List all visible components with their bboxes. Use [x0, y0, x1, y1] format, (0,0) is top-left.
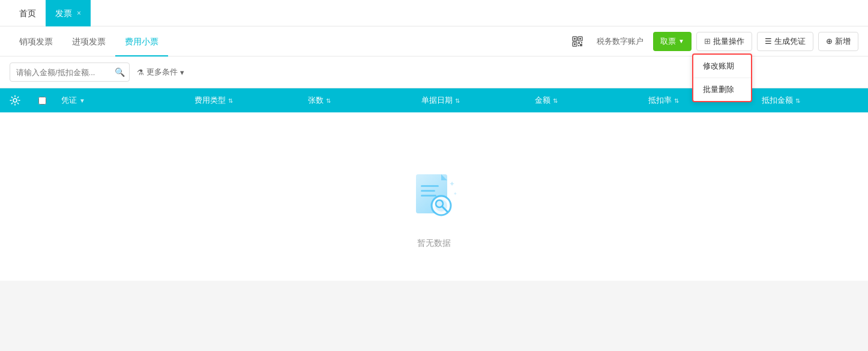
svg-rect-8: [578, 45, 579, 46]
close-tab-icon[interactable]: ×: [77, 0, 81, 26]
th-voucher: 凭证 ▼: [54, 95, 187, 106]
th-expense-type: 费用类型 ⇅: [187, 95, 301, 106]
svg-text:✦: ✦: [449, 180, 455, 188]
search-wrap: 🔍: [10, 63, 130, 82]
empty-state-text: 暂无数据: [417, 238, 451, 249]
take-ticket-label: 取票: [660, 36, 676, 47]
filter-icon: ⚗: [137, 68, 144, 77]
search-icon[interactable]: 🔍: [115, 67, 125, 77]
svg-rect-14: [421, 190, 435, 192]
more-conditions-button[interactable]: ⚗ 更多条件 ▾: [137, 67, 184, 78]
tab-expense[interactable]: 费用小票: [115, 26, 168, 56]
batch-op-dropdown: 修改账期 批量删除: [692, 53, 752, 102]
svg-point-10: [13, 99, 17, 102]
svg-rect-3: [579, 38, 581, 40]
batch-delete-item[interactable]: 批量删除: [693, 78, 751, 101]
invoice-tab-label: 发票: [55, 0, 72, 26]
svg-rect-15: [421, 195, 436, 197]
select-all-checkbox[interactable]: [38, 97, 46, 105]
search-input[interactable]: [10, 63, 130, 82]
svg-rect-13: [421, 185, 439, 187]
take-ticket-button[interactable]: 取票 ▼: [653, 32, 692, 51]
th-count: 张数 ⇅: [301, 95, 414, 106]
take-ticket-arrow-icon: ▼: [678, 38, 684, 44]
tab-input[interactable]: 进项发票: [62, 26, 115, 56]
count-sort-icon[interactable]: ⇅: [326, 97, 331, 104]
th-date: 单据日期 ⇅: [414, 95, 528, 106]
voucher-filter-icon[interactable]: ▼: [79, 97, 85, 104]
gen-voucher-icon: ☰: [765, 37, 772, 46]
batch-op-label: 批量操作: [713, 36, 744, 47]
qr-code-button[interactable]: [568, 32, 587, 51]
date-sort-icon[interactable]: ⇅: [455, 97, 460, 104]
batch-op-wrapper: ⊞ 批量操作 修改账期 批量删除: [696, 32, 752, 51]
gen-voucher-button[interactable]: ☰ 生成凭证: [757, 32, 813, 51]
deduct-rate-sort-icon[interactable]: ⇅: [674, 97, 679, 104]
home-link[interactable]: 首页: [10, 0, 46, 26]
tab-sales[interactable]: 销项发票: [10, 26, 62, 56]
add-label: 新增: [835, 36, 851, 47]
add-icon: ⊕: [826, 37, 833, 46]
expense-type-sort-icon[interactable]: ⇅: [228, 97, 233, 104]
gen-voucher-label: 生成凭证: [774, 36, 806, 47]
svg-rect-6: [578, 42, 580, 44]
tax-account-button[interactable]: 税务数字账户: [592, 36, 648, 47]
th-amount: 金额 ⇅: [528, 95, 641, 106]
svg-rect-1: [574, 38, 576, 40]
deduct-amount-sort-icon[interactable]: ⇅: [795, 97, 800, 104]
chevron-down-icon: ▾: [180, 68, 184, 77]
svg-rect-7: [581, 42, 582, 43]
batch-op-button[interactable]: ⊞ 批量操作: [696, 32, 752, 51]
th-deduct-amount: 抵扣金额 ⇅: [755, 95, 868, 106]
invoice-tab[interactable]: 发票 ×: [46, 0, 91, 26]
modify-period-item[interactable]: 修改账期: [693, 55, 751, 78]
empty-state-icon: ✦ ✦: [404, 168, 464, 228]
toolbar-right: 税务数字账户 取票 ▼ ⊞ 批量操作 修改账期 批量删除 ☰ 生成凭证 ⊕: [568, 32, 858, 51]
sub-tabs-toolbar: 销项发票 进项发票 费用小票 税务数字账户 取票 ▼: [0, 26, 868, 56]
svg-rect-5: [574, 43, 576, 45]
svg-rect-9: [580, 44, 582, 46]
amount-sort-icon[interactable]: ⇅: [553, 97, 558, 104]
batch-icon: ⊞: [704, 37, 711, 46]
top-nav: 首页 发票 ×: [0, 0, 868, 26]
th-checkbox[interactable]: [30, 97, 54, 105]
empty-state: ✦ ✦ 暂无数据: [0, 112, 868, 281]
svg-text:✦: ✦: [453, 191, 457, 197]
th-settings[interactable]: [0, 95, 30, 106]
add-button[interactable]: ⊕ 新增: [818, 32, 858, 51]
more-conditions-label: 更多条件: [146, 67, 178, 78]
settings-icon: [10, 95, 20, 106]
qr-icon: [571, 35, 583, 47]
